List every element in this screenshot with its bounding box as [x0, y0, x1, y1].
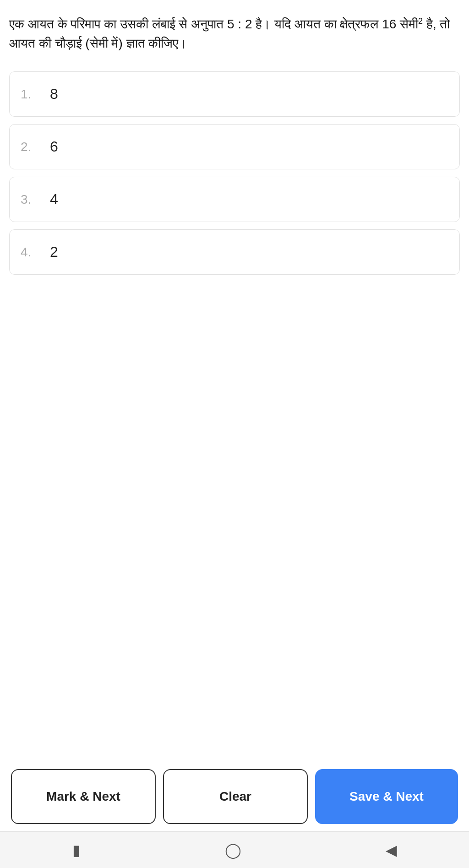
option-number-2: 2. [21, 140, 37, 154]
nav-icon-home[interactable]: ▮ [72, 841, 81, 859]
save-next-button[interactable]: Save & Next [315, 769, 458, 824]
mark-next-button[interactable]: Mark & Next [11, 769, 156, 824]
option-number-4: 4. [21, 245, 37, 260]
clear-button[interactable]: Clear [163, 769, 308, 824]
bottom-buttons: Mark & Next Clear Save & Next [0, 762, 469, 831]
option-item-2[interactable]: 2. 6 [9, 124, 460, 169]
option-number-1: 1. [21, 87, 37, 102]
option-number-3: 3. [21, 192, 37, 207]
question-text: एक आयत के परिमाप का उसकी लंबाई से अनुपात… [9, 15, 460, 53]
option-value-4: 2 [50, 244, 58, 260]
option-value-3: 4 [50, 191, 58, 208]
option-value-2: 6 [50, 138, 58, 155]
nav-icon-back[interactable]: ◀ [386, 841, 397, 859]
option-item-4[interactable]: 4. 2 [9, 229, 460, 275]
bottom-nav: ▮ ◯ ◀ [0, 831, 469, 868]
option-item-3[interactable]: 3. 4 [9, 177, 460, 222]
nav-icon-circle[interactable]: ◯ [225, 841, 241, 859]
option-value-1: 8 [50, 86, 58, 103]
option-item-1[interactable]: 1. 8 [9, 71, 460, 117]
options-list: 1. 8 2. 6 3. 4 4. 2 [9, 71, 460, 282]
question-container: एक आयत के परिमाप का उसकी लंबाई से अनुपात… [0, 0, 469, 291]
